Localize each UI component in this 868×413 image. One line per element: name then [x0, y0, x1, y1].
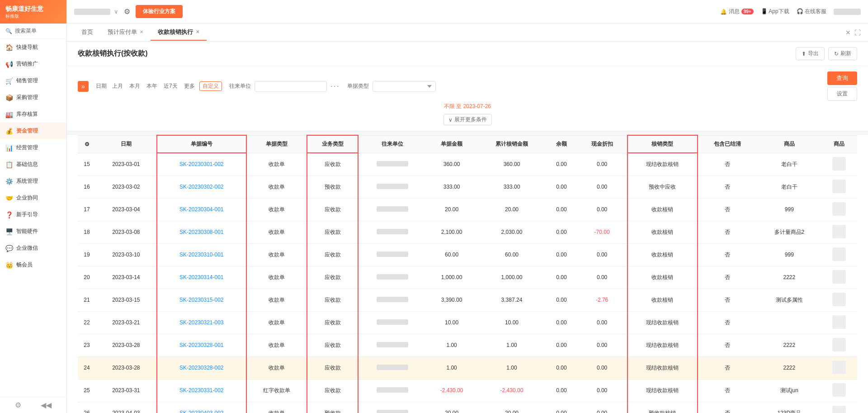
date-btn-custom[interactable]: 自定义 — [199, 81, 222, 91]
table-scroll[interactable]: ⚙ 日期 单据编号 单据类型 业务类型 往来单位 单据金额 累计核销金额 余额 … — [78, 135, 857, 413]
th-verified[interactable]: 累计核销金额 — [477, 135, 546, 153]
tab-collection[interactable]: 收款核销执行 ✕ — [151, 24, 207, 41]
sidebar-item-guide[interactable]: ❓ 新手引导 — [0, 206, 66, 223]
sidebar-item-enterprise[interactable]: 🤝 企业协同 — [0, 190, 66, 206]
cell-biz-type: 应收款 — [307, 289, 358, 311]
voucher-no-link[interactable]: SK-20230302-002 — [179, 184, 223, 190]
settings-bottom-icon[interactable]: ⚙ — [15, 401, 21, 409]
th-voucher-no[interactable]: 单据编号 — [157, 135, 246, 153]
sidebar-item-inventory[interactable]: 🏭 库存核算 — [0, 106, 66, 123]
cell-verified: 10.00 — [477, 311, 546, 334]
cell-cash-discount: 0.00 — [577, 176, 627, 198]
sidebar-item-basic[interactable]: 📋 基础信息 — [0, 156, 66, 173]
solution-btn[interactable]: 体验行业方案 — [136, 5, 183, 18]
cell-partner — [358, 176, 425, 198]
cell-verified: 2,030.00 — [477, 221, 546, 243]
sidebar-item-finance[interactable]: 💰 资金管理 — [0, 123, 66, 139]
voucher-no-link[interactable]: SK-20230328-001 — [179, 342, 223, 348]
voucher-no-link[interactable]: SK-20230331-002 — [179, 387, 223, 394]
voucher-no-link[interactable]: SK-20230315-002 — [179, 297, 223, 303]
sidebar-item-purchase[interactable]: 📦 采购管理 — [0, 89, 66, 106]
collapse-icon[interactable]: ◀◀ — [41, 401, 52, 409]
sidebar: 畅康道好生意 标推版 🔍 搜索菜单 🏠 快捷导航 📢 营销推广 🛒 销售管理 📦… — [0, 0, 67, 413]
cell-include-settled: 否 — [698, 153, 757, 176]
date-btn-this-year[interactable]: 本年 — [145, 81, 159, 91]
notification-area[interactable]: 🔔 消息 99+ — [720, 8, 754, 15]
tab-prepay[interactable]: 预计应付单 ✕ — [100, 24, 151, 41]
sidebar-item-system[interactable]: ⚙️ 系统管理 — [0, 173, 66, 190]
filter-expand-btn[interactable]: » — [78, 81, 89, 92]
sidebar-label-basic: 基础信息 — [16, 161, 38, 168]
sidebar-item-wechat[interactable]: 💬 企业微信 — [0, 240, 66, 256]
voucher-no-link[interactable]: SK-20230314-001 — [179, 274, 223, 280]
gear-icon[interactable]: ⚙ — [124, 7, 130, 16]
sidebar-item-sales[interactable]: 🛒 销售管理 — [0, 72, 66, 89]
filter-date-btns: 上月 本月 本年 近7天 更多 自定义 — [110, 81, 222, 91]
th-include-settled[interactable]: 包含已结清 — [698, 135, 757, 153]
cell-biz-type: 应收款 — [307, 198, 358, 221]
voucher-no-link[interactable]: SK-20230328-002 — [179, 365, 223, 371]
partner-blurred — [377, 274, 408, 280]
voucher-no-link[interactable]: SK-20230310-001 — [179, 252, 223, 258]
search-menu[interactable]: 🔍 搜索菜单 — [0, 24, 66, 39]
cell-voucher-type: 收款单 — [246, 289, 307, 311]
sidebar-label-marketing: 营销推广 — [16, 60, 38, 68]
sidebar-item-operation[interactable]: 📊 经营管理 — [0, 139, 66, 156]
th-partner[interactable]: 往来单位 — [358, 135, 425, 153]
sidebar-item-quick-nav[interactable]: 🏠 快捷导航 — [0, 39, 66, 56]
th-goods2[interactable]: 商品 — [821, 135, 857, 153]
cell-verified: 333.00 — [477, 176, 546, 198]
tab-collection-close[interactable]: ✕ — [196, 29, 199, 34]
voucher-type-select[interactable] — [373, 81, 436, 92]
th-amount[interactable]: 单据金额 — [426, 135, 478, 153]
tab-close-all-icon[interactable]: ✕ — [845, 29, 851, 36]
cell-cash-discount: 0.00 — [577, 311, 627, 334]
th-balance[interactable]: 余额 — [546, 135, 577, 153]
partner-input[interactable] — [255, 81, 327, 92]
voucher-no-link[interactable]: SK-20230304-001 — [179, 206, 223, 213]
refresh-btn[interactable]: ↻ 刷新 — [828, 47, 857, 60]
app-download-link[interactable]: 📱 App下载 — [761, 8, 789, 15]
cell-biz-type: 应收款 — [307, 221, 358, 243]
cell-cash-discount: 0.00 — [577, 356, 627, 379]
th-date[interactable]: 日期 — [96, 135, 157, 153]
date-btn-this-month[interactable]: 本月 — [127, 81, 142, 91]
cell-include-settled: 否 — [698, 198, 757, 221]
online-service-link[interactable]: 🎧 在线客服 — [797, 8, 826, 15]
date-btn-7days[interactable]: 近7天 — [162, 81, 179, 91]
cell-goods2 — [821, 243, 857, 266]
gear-icon-th[interactable]: ⚙ — [85, 141, 90, 147]
finance-icon: 💰 — [5, 128, 13, 135]
tab-maximize-icon[interactable]: ⛶ — [854, 29, 861, 36]
setting-btn[interactable]: 设置 — [827, 87, 857, 101]
notification-icon: 🔔 — [720, 9, 727, 15]
cell-goods2 — [821, 198, 857, 221]
voucher-no-link[interactable]: SK-20230308-001 — [179, 229, 223, 235]
voucher-no-link[interactable]: SK-20230301-002 — [179, 161, 223, 167]
cell-date: 2023-03-01 — [96, 153, 157, 176]
sidebar-item-marketing[interactable]: 📢 营销推广 — [0, 56, 66, 72]
date-btn-more[interactable]: 更多 — [182, 81, 197, 91]
sidebar-item-hardware[interactable]: 🖥️ 智能硬件 — [0, 223, 66, 240]
voucher-no-link[interactable]: SK-20230403-002 — [179, 410, 223, 413]
th-goods[interactable]: 商品 — [757, 135, 821, 153]
cell-biz-type: 预收款 — [307, 402, 358, 413]
date-btn-last-month[interactable]: 上月 — [110, 81, 125, 91]
sidebar-item-member[interactable]: 👑 畅会员 — [0, 256, 66, 273]
voucher-no-link[interactable]: SK-20230321-003 — [179, 319, 223, 326]
export-btn[interactable]: ⬆ 导出 — [796, 47, 825, 60]
query-btn[interactable]: 查询 — [827, 71, 857, 85]
tab-prepay-close[interactable]: ✕ — [140, 29, 143, 34]
cell-goods: 测试jun — [757, 379, 821, 402]
cell-date: 2023-03-14 — [96, 266, 157, 289]
table-container: ⚙ 日期 单据编号 单据类型 业务类型 往来单位 单据金额 累计核销金额 余额 … — [67, 135, 868, 413]
tab-home[interactable]: 首页 — [74, 24, 100, 41]
page-content: 收款核销执行(按收款) ⬆ 导出 ↻ 刷新 » 日期 上月 — [67, 42, 868, 413]
expand-more-btn[interactable]: ∨ 展开更多条件 — [443, 114, 492, 125]
th-verify-type[interactable]: 核销类型 — [627, 135, 698, 153]
th-biz-type[interactable]: 业务类型 — [307, 135, 358, 153]
cell-verified: 360.00 — [477, 153, 546, 176]
phone-icon: 📱 — [761, 8, 768, 14]
th-cash-discount[interactable]: 现金折扣 — [577, 135, 627, 153]
th-voucher-type[interactable]: 单据类型 — [246, 135, 307, 153]
